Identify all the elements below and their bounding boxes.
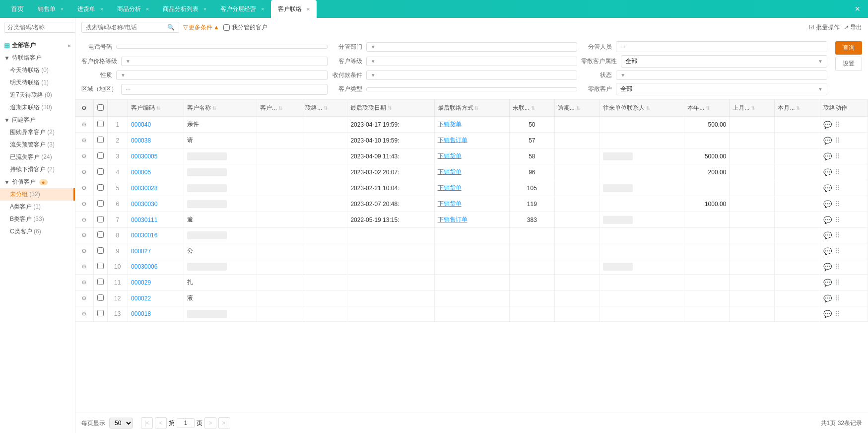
row-code[interactable]: 00030006 bbox=[128, 259, 184, 275]
row-gear[interactable]: ⚙ bbox=[75, 117, 93, 133]
action-more-icon[interactable]: ⠿ bbox=[835, 184, 840, 192]
action-message-icon[interactable]: 💬 bbox=[823, 184, 832, 192]
row-checkbox[interactable] bbox=[93, 290, 107, 306]
action-message-icon[interactable]: 💬 bbox=[823, 200, 832, 208]
row-gear[interactable]: ⚙ bbox=[75, 228, 93, 243]
row-name[interactable] bbox=[184, 196, 257, 212]
row-gear[interactable]: ⚙ bbox=[75, 180, 93, 196]
row-code[interactable]: 00030030 bbox=[128, 196, 184, 212]
checkbox-column-header[interactable] bbox=[93, 100, 107, 117]
sidebar-item-tomorrow[interactable]: 明天待联络 (1) bbox=[0, 76, 75, 89]
sidebar-item-class-a[interactable]: A类客户 (1) bbox=[0, 201, 75, 213]
action-more-icon[interactable]: ⠿ bbox=[835, 152, 840, 160]
row-checkbox[interactable] bbox=[93, 133, 107, 148]
sidebar-item-class-b[interactable]: B类客户 (33) bbox=[0, 213, 75, 225]
row-checkbox[interactable] bbox=[93, 164, 107, 180]
gear-column-header[interactable]: ⚙ bbox=[75, 100, 93, 117]
field-scatter-cust-input[interactable]: 全部 ▼ bbox=[616, 83, 827, 95]
close-tab-analysis[interactable]: × bbox=[146, 6, 149, 12]
contact-way-link[interactable]: 下销货单 bbox=[438, 168, 462, 175]
action-more-icon[interactable]: ⠿ bbox=[835, 121, 840, 129]
sidebar-item-7days[interactable]: 近7天待联络 (0) bbox=[0, 89, 75, 101]
action-more-icon[interactable]: ⠿ bbox=[835, 279, 840, 287]
field-status-input[interactable]: ▼ bbox=[616, 71, 827, 80]
row-last-way[interactable]: 下销货单 bbox=[434, 180, 509, 196]
row-last-way[interactable]: 下销货单 bbox=[434, 164, 509, 180]
action-message-icon[interactable]: 💬 bbox=[823, 310, 832, 318]
action-message-icon[interactable]: 💬 bbox=[823, 231, 832, 239]
field-cust-type-input[interactable] bbox=[366, 87, 578, 91]
row-name[interactable] bbox=[184, 164, 257, 180]
row-checkbox[interactable] bbox=[93, 306, 107, 322]
row-last-way[interactable]: 下销售订单 bbox=[434, 133, 509, 148]
col-last-way[interactable]: 最后联络方式 bbox=[434, 100, 509, 117]
row-gear[interactable]: ⚙ bbox=[75, 290, 93, 306]
export-btn[interactable]: ↗ 导出 bbox=[844, 23, 862, 32]
sidebar-item-ungroup[interactable]: 未分组 (32) bbox=[0, 188, 75, 201]
action-message-icon[interactable]: 💬 bbox=[823, 279, 832, 287]
row-code[interactable]: 00030005 bbox=[128, 148, 184, 164]
action-message-icon[interactable]: 💬 bbox=[823, 137, 832, 144]
contact-way-link[interactable]: 下销售订单 bbox=[438, 216, 467, 223]
row-code[interactable]: 00030016 bbox=[128, 228, 184, 243]
row-code[interactable]: 00030028 bbox=[128, 180, 184, 196]
sidebar-item-churn-warn[interactable]: 流失预警客户 (3) bbox=[0, 139, 75, 151]
row-last-way[interactable]: 下销货单 bbox=[434, 196, 509, 212]
action-more-icon[interactable]: ⠿ bbox=[835, 168, 840, 176]
action-more-icon[interactable]: ⠿ bbox=[835, 137, 840, 144]
page-size-select[interactable]: 50 bbox=[109, 418, 133, 429]
action-more-icon[interactable]: ⠿ bbox=[835, 310, 840, 318]
row-last-way[interactable] bbox=[434, 275, 509, 290]
action-message-icon[interactable]: 💬 bbox=[823, 247, 832, 255]
sidebar-all-customers[interactable]: ⊞ 全部客户 « bbox=[0, 37, 75, 52]
row-name[interactable] bbox=[184, 180, 257, 196]
row-last-way[interactable] bbox=[434, 259, 509, 275]
row-name[interactable]: 液 bbox=[184, 290, 257, 306]
nav-tab-analysis-list[interactable]: 商品分析列表 × bbox=[156, 0, 213, 18]
nav-tab-purchase[interactable]: 进货单 × bbox=[70, 0, 110, 18]
row-last-way[interactable] bbox=[434, 228, 509, 243]
my-customers-checkbox[interactable]: 我分管的客户 bbox=[223, 23, 267, 32]
row-checkbox[interactable] bbox=[93, 228, 107, 243]
col-this-month[interactable]: 本月... bbox=[775, 100, 820, 117]
field-region-input[interactable]: ··· bbox=[121, 84, 328, 95]
row-gear[interactable]: ⚙ bbox=[75, 243, 93, 259]
action-more-icon[interactable]: ⠿ bbox=[835, 263, 840, 271]
col-this-year[interactable]: 本年... bbox=[684, 100, 730, 117]
row-checkbox[interactable] bbox=[93, 148, 107, 164]
field-dept-input[interactable]: ▼ bbox=[366, 42, 578, 52]
row-name[interactable]: 扎 bbox=[184, 275, 257, 290]
nav-tab-sales[interactable]: 销售单 × bbox=[31, 0, 70, 18]
row-code[interactable]: 000018 bbox=[128, 306, 184, 322]
close-all-tabs[interactable]: × bbox=[851, 4, 864, 14]
row-gear[interactable]: ⚙ bbox=[75, 196, 93, 212]
row-checkbox[interactable] bbox=[93, 275, 107, 290]
field-cust-level-input[interactable]: ▼ bbox=[366, 57, 578, 66]
sidebar-item-abnormal[interactable]: 囤购异常客户 (2) bbox=[0, 126, 75, 139]
sidebar-item-declining[interactable]: 持续下滑客户 (2) bbox=[0, 163, 75, 176]
query-button[interactable]: 查询 bbox=[835, 41, 862, 55]
action-message-icon[interactable]: 💬 bbox=[823, 168, 832, 176]
contact-way-link[interactable]: 下销货单 bbox=[438, 184, 462, 191]
first-page-btn[interactable]: |< bbox=[141, 417, 153, 429]
row-code[interactable]: 00030111 bbox=[128, 212, 184, 228]
row-code[interactable]: 000029 bbox=[128, 275, 184, 290]
action-message-icon[interactable]: 💬 bbox=[823, 121, 832, 129]
field-manager-input[interactable]: ··· bbox=[616, 41, 827, 52]
nav-tab-analysis[interactable]: 商品分析 × bbox=[110, 0, 156, 18]
field-scatter-attr-input[interactable]: 全部 ▼ bbox=[621, 55, 827, 68]
last-page-btn[interactable]: >| bbox=[218, 417, 230, 429]
row-checkbox[interactable] bbox=[93, 243, 107, 259]
col-last-month[interactable]: 上月... bbox=[730, 100, 775, 117]
my-customers-check[interactable] bbox=[223, 24, 230, 31]
action-message-icon[interactable]: 💬 bbox=[823, 294, 832, 302]
batch-op-btn[interactable]: ☑ 批量操作 bbox=[809, 23, 840, 32]
action-more-icon[interactable]: ⠿ bbox=[835, 216, 840, 224]
row-gear[interactable]: ⚙ bbox=[75, 164, 93, 180]
row-last-way[interactable] bbox=[434, 243, 509, 259]
sidebar-group-pending[interactable]: ▼ 待联络客户 bbox=[0, 52, 75, 64]
field-phone-input[interactable] bbox=[116, 45, 328, 49]
select-all-checkbox[interactable] bbox=[97, 104, 104, 111]
row-last-way[interactable]: 下销货单 bbox=[434, 117, 509, 133]
field-payment-input[interactable]: ▼ bbox=[366, 71, 578, 80]
